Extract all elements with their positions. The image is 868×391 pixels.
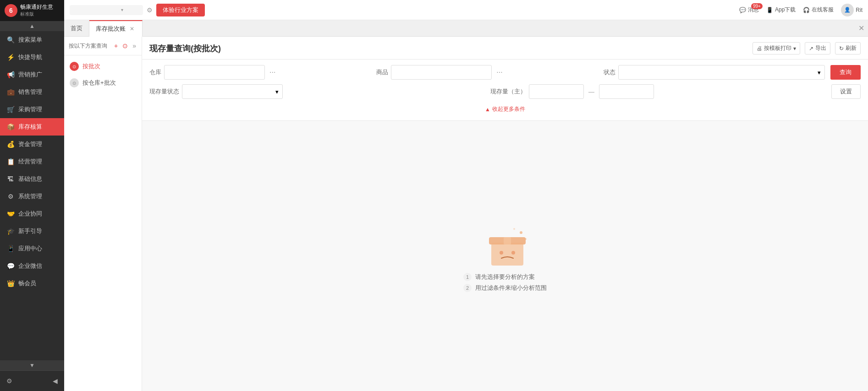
sidebar-item-wechat[interactable]: 💬企业微信: [0, 257, 64, 275]
nav-icon-finance: 💰: [6, 140, 15, 148]
sidebar-nav: 🔍搜索菜单⚡快捷导航📢营销推广💼销售管理🛒采购管理📦库存核算💰资金管理📋经营管理…: [0, 31, 64, 360]
app-download-action[interactable]: 📱 App下载: [766, 6, 796, 14]
sidebar-item-inventory[interactable]: 📦库存核算: [0, 118, 64, 136]
collapse-filters-button[interactable]: ▲ 收起更多条件: [149, 103, 861, 115]
refresh-icon: ↻: [839, 45, 844, 52]
svg-point-5: [520, 231, 522, 234]
nav-label-finance: 资金管理: [18, 140, 42, 148]
nav-label-search: 搜索菜单: [18, 36, 42, 44]
stock-quantity-max-input[interactable]: [599, 84, 654, 99]
tab-inventory-batch[interactable]: 库存批次账 ✕: [89, 20, 143, 37]
sidebar-item-search[interactable]: 🔍搜索菜单: [0, 31, 64, 49]
tab-close-icon[interactable]: ✕: [128, 25, 136, 33]
print-button[interactable]: 🖨 按模板打印 ▾: [753, 42, 800, 54]
sidebar-settings-icon[interactable]: ⚙: [5, 375, 14, 386]
refresh-button[interactable]: ↻ 刷新: [835, 42, 861, 54]
product-input[interactable]: [391, 65, 492, 80]
nav-label-operations: 经营管理: [18, 157, 42, 166]
status-filter-label: 状态: [604, 68, 615, 76]
message-action[interactable]: 💬 消息 99+: [739, 6, 759, 14]
search-chevron-icon[interactable]: ▾: [121, 7, 123, 12]
empty-hint-2: 2 用过滤条件来缩小分析范围: [463, 284, 547, 292]
tab-home[interactable]: 首页: [64, 20, 89, 37]
query-button[interactable]: 查询: [830, 65, 861, 80]
nav-label-marketing: 营销推广: [18, 71, 42, 79]
sidebar-item-sales[interactable]: 💼销售管理: [0, 83, 64, 101]
scheme-list: ⊙ 按批次 ⊙ 按仓库+批次: [64, 55, 142, 94]
message-badge: 99+: [751, 3, 763, 9]
scheme-item-batch[interactable]: ⊙ 按批次: [64, 58, 142, 75]
status-chevron-icon: ▾: [818, 69, 821, 76]
scheme-panel-title: 按以下方案查询: [69, 42, 107, 50]
sidebar-scroll-up[interactable]: ▲: [0, 21, 64, 31]
product-dots-icon[interactable]: ···: [494, 68, 504, 76]
user-profile-action[interactable]: 👤 Rit: [841, 4, 863, 16]
collapse-chevron-icon: ▲: [485, 106, 490, 113]
warehouse-filter-group: 仓库 ···: [149, 65, 371, 80]
print-chevron-icon: ▾: [793, 45, 796, 52]
stock-quantity-min-input[interactable]: [529, 84, 584, 99]
svg-point-3: [500, 251, 503, 255]
scheme-collapse-icon[interactable]: »: [132, 41, 137, 50]
scheme-panel-header: 按以下方案查询 + ⊙ »: [64, 37, 142, 55]
sidebar: 6 畅康通好生意 标准版 ▲ 🔍搜索菜单⚡快捷导航📢营销推广💼销售管理🛒采购管理…: [0, 0, 64, 391]
tabbar-close-all-icon[interactable]: ✕: [858, 24, 864, 33]
page-header: 现存量查询(按批次) 🖨 按模板打印 ▾ ↗ 导出 ↻: [142, 37, 868, 60]
online-service-action[interactable]: 🎧 在线客服: [803, 6, 834, 14]
nav-label-enterprise: 企业协同: [18, 210, 42, 218]
topbar-gear-icon[interactable]: ⚙: [147, 6, 153, 14]
scheme-panel: 按以下方案查询 + ⊙ » ⊙ 按批次 ⊙ 按仓库+批次: [64, 37, 142, 391]
collapse-label: 收起更多条件: [492, 105, 525, 113]
status-select[interactable]: ▾: [618, 65, 825, 80]
export-button[interactable]: ↗ 导出: [805, 42, 830, 54]
sidebar-item-system[interactable]: ⚙系统管理: [0, 188, 64, 205]
sidebar-item-shortcut[interactable]: ⚡快捷导航: [0, 49, 64, 66]
sidebar-item-basic[interactable]: 🏗基础信息: [0, 170, 64, 188]
print-label: 按模板打印: [764, 44, 791, 52]
sidebar-item-member[interactable]: 👑畅会员: [0, 275, 64, 292]
stock-status-select[interactable]: ▾: [182, 84, 283, 99]
scheme-settings-icon[interactable]: ⊙: [121, 41, 129, 50]
trial-button[interactable]: 体验行业方案: [156, 4, 205, 16]
hint-number-1: 1: [463, 273, 472, 281]
scheme-add-icon[interactable]: +: [113, 41, 119, 50]
sidebar-item-marketing[interactable]: 📢营销推广: [0, 66, 64, 83]
search-input[interactable]: [73, 7, 119, 13]
nav-icon-member: 👑: [6, 279, 15, 288]
content-area: 按以下方案查询 + ⊙ » ⊙ 按批次 ⊙ 按仓库+批次: [64, 37, 868, 391]
warehouse-dots-icon[interactable]: ···: [268, 68, 277, 76]
filter-row-2: 现存量状态 ▾ 现存量（主） — 设置: [149, 84, 861, 99]
nav-label-sales: 销售管理: [18, 88, 42, 96]
nav-icon-basic: 🏗: [6, 175, 15, 183]
sidebar-company-info: 畅康通好生意 标准版: [20, 4, 53, 17]
sidebar-item-apps[interactable]: 📱应用中心: [0, 240, 64, 257]
nav-label-newguide: 新手引导: [18, 227, 42, 235]
product-filter-label: 商品: [376, 68, 388, 76]
sidebar-item-operations[interactable]: 📋经营管理: [0, 153, 64, 170]
export-label: 导出: [815, 44, 826, 52]
tab-inventory-batch-label: 库存批次账: [96, 25, 126, 33]
sidebar-item-purchase[interactable]: 🛒采购管理: [0, 101, 64, 118]
nav-icon-newguide: 🎓: [6, 227, 15, 235]
main-area: ▾ ⚙ 体验行业方案 💬 消息 99+ 📱 App下载 🎧 在线客服 👤 Rit: [64, 0, 868, 391]
scheme-header-actions: + ⊙ »: [113, 41, 137, 50]
sidebar-scroll-down[interactable]: ▼: [0, 360, 64, 370]
nav-label-basic: 基础信息: [18, 175, 42, 183]
settings-button[interactable]: 设置: [831, 84, 861, 99]
nav-label-shortcut: 快捷导航: [18, 53, 42, 61]
sidebar-item-finance[interactable]: 💰资金管理: [0, 136, 64, 153]
nav-icon-enterprise: 🤝: [6, 210, 15, 218]
scheme-label-warehouse-batch: 按仓库+批次: [82, 79, 116, 87]
nav-label-inventory: 库存核算: [18, 123, 42, 131]
sidebar-item-enterprise[interactable]: 🤝企业协同: [0, 205, 64, 223]
stock-status-chevron-icon: ▾: [275, 88, 279, 95]
topbar-actions: 💬 消息 99+ 📱 App下载 🎧 在线客服 👤 Rit: [739, 4, 863, 16]
warehouse-input[interactable]: [164, 65, 265, 80]
scheme-label-batch: 按批次: [82, 62, 100, 71]
tab-home-label: 首页: [71, 24, 82, 33]
refresh-label: 刷新: [846, 44, 857, 52]
filter-row-1: 仓库 ··· 商品 ··· 状态 ▾: [149, 65, 861, 80]
sidebar-collapse-icon[interactable]: ◀: [51, 375, 60, 386]
sidebar-item-newguide[interactable]: 🎓新手引导: [0, 223, 64, 240]
scheme-item-warehouse-batch[interactable]: ⊙ 按仓库+批次: [64, 75, 142, 91]
